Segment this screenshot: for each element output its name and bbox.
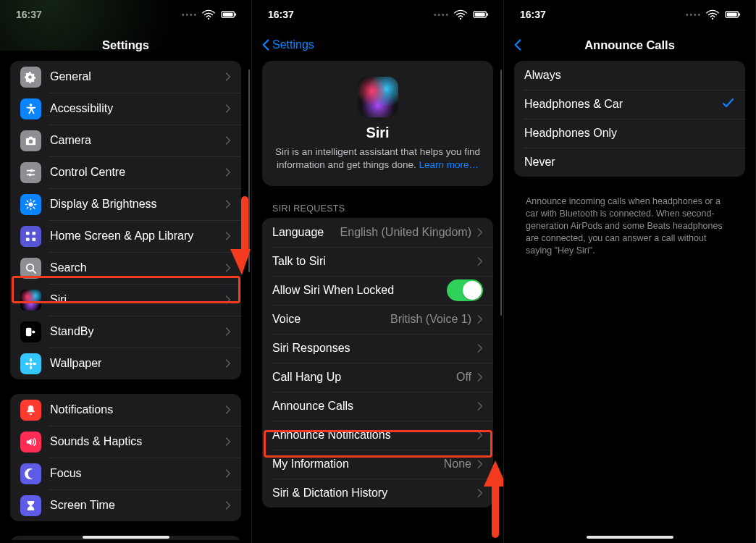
back-button[interactable]: Settings	[256, 35, 319, 54]
row-label: Notifications	[50, 403, 219, 416]
settings-row-control-centre[interactable]: Control Centre	[10, 156, 241, 188]
siri-row-talk-to-siri[interactable]: Talk to Siri	[262, 247, 493, 276]
chevron-right-icon	[225, 358, 231, 369]
row-value: Off	[456, 371, 471, 384]
status-bar: 16:37 ••••	[252, 0, 503, 29]
option-never[interactable]: Never	[514, 148, 745, 177]
announce-calls-options-group: AlwaysHeadphones & CarHeadphones OnlyNev…	[514, 61, 745, 177]
page-title: Settings	[0, 38, 251, 52]
settings-row-notifications[interactable]: Notifications	[10, 394, 241, 426]
status-time: 16:37	[16, 9, 42, 20]
siri-row-announce-calls[interactable]: Announce Calls	[262, 392, 493, 421]
settings-row-focus[interactable]: Focus	[10, 458, 241, 489]
chevron-right-icon	[477, 227, 483, 237]
siri-row-language[interactable]: LanguageEnglish (United Kingdom)	[262, 218, 493, 247]
chevron-right-icon	[225, 199, 231, 209]
chevron-right-icon	[477, 488, 483, 498]
option-label: Always	[524, 69, 735, 82]
settings-row-home-screen-app-library[interactable]: Home Screen & App Library	[10, 220, 241, 252]
back-button[interactable]	[508, 35, 529, 54]
settings-row-wallpaper[interactable]: Wallpaper	[10, 348, 241, 379]
siri-row-siri-dictation-history[interactable]: Siri & Dictation History	[262, 479, 493, 508]
sliders-icon	[20, 162, 41, 183]
standby-icon	[20, 321, 41, 342]
apps-icon	[20, 226, 41, 247]
battery-icon	[723, 9, 742, 20]
moon-icon	[20, 463, 41, 484]
row-label: Voice	[272, 313, 385, 326]
option-label: Headphones Only	[524, 127, 735, 140]
row-label: Display & Brightness	[50, 198, 219, 211]
accessibility-icon	[20, 98, 41, 119]
row-label: Search	[50, 261, 219, 274]
option-headphones-only[interactable]: Headphones Only	[514, 119, 745, 148]
pane-siri: 16:37 •••• Settings Siri Siri is an inte…	[252, 0, 504, 543]
row-label: Control Centre	[50, 166, 219, 179]
navbar: Settings	[0, 29, 251, 61]
row-label: Wallpaper	[50, 357, 219, 370]
chevron-right-icon	[225, 500, 231, 510]
settings-row-accessibility[interactable]: Accessibility	[10, 93, 241, 125]
status-bar: 16:37 ••••	[504, 0, 755, 29]
settings-row-standby[interactable]: StandBy	[10, 316, 241, 348]
row-label: Announce Notifications	[272, 429, 471, 442]
chevron-left-icon	[513, 38, 523, 51]
chevron-right-icon	[225, 167, 231, 177]
navbar: Announce Calls	[504, 29, 755, 61]
page-title: Announce Calls	[504, 38, 755, 52]
row-label: Camera	[50, 134, 219, 147]
siri-row-allow-siri-when-locked[interactable]: Allow Siri When Locked	[262, 276, 493, 305]
settings-row-general[interactable]: General	[10, 61, 241, 93]
settings-row-sounds-haptics[interactable]: Sounds & Haptics	[10, 426, 241, 458]
learn-more-link[interactable]: Learn more…	[419, 159, 479, 170]
hourglass-icon	[20, 495, 41, 516]
cell-dots-icon: ••••	[182, 11, 198, 19]
camera-icon	[20, 130, 41, 151]
row-value: None	[444, 458, 471, 471]
siri-row-my-information[interactable]: My InformationNone	[262, 450, 493, 479]
settings-group-1: GeneralAccessibilityCameraControl Centre…	[10, 61, 241, 379]
settings-row-display-brightness[interactable]: Display & Brightness	[10, 188, 241, 220]
chevron-right-icon	[225, 295, 231, 305]
home-indicator	[83, 536, 169, 539]
toggle-allow-siri-when-locked[interactable]	[447, 279, 483, 301]
siri-row-siri-responses[interactable]: Siri Responses	[262, 334, 493, 363]
option-headphones-car[interactable]: Headphones & Car	[514, 90, 745, 119]
chevron-right-icon	[225, 437, 231, 447]
siri-row-voice[interactable]: VoiceBritish (Voice 1)	[262, 305, 493, 334]
bell-icon	[20, 400, 41, 421]
back-label: Settings	[272, 38, 314, 51]
pane-announce-calls: 16:37 •••• Announce Calls AlwaysHeadphon…	[504, 0, 756, 543]
settings-row-search[interactable]: Search	[10, 252, 241, 284]
wifi-icon	[706, 9, 719, 20]
chevron-right-icon	[225, 327, 231, 337]
gear-icon	[20, 67, 41, 88]
option-label: Headphones & Car	[524, 98, 716, 111]
status-bar: 16:37 ••••	[0, 0, 251, 29]
scroll-indicator	[248, 70, 251, 272]
siri-row-announce-notifications[interactable]: Announce Notifications	[262, 421, 493, 450]
chevron-right-icon	[477, 314, 483, 324]
wifi-icon	[202, 9, 215, 20]
row-label: Home Screen & App Library	[50, 230, 219, 243]
cell-dots-icon: ••••	[434, 11, 450, 19]
row-label: Allow Siri When Locked	[272, 284, 447, 297]
siri-hero-card: Siri Siri is an intelligent assistant th…	[262, 61, 493, 186]
chevron-left-icon	[261, 38, 271, 51]
chevron-right-icon	[225, 405, 231, 415]
speaker-icon	[20, 432, 41, 452]
settings-row-screen-time[interactable]: Screen Time	[10, 489, 241, 521]
settings-row-camera[interactable]: Camera	[10, 125, 241, 156]
siri-row-call-hang-up[interactable]: Call Hang UpOff	[262, 363, 493, 392]
row-label: Announce Calls	[272, 400, 471, 413]
chevron-right-icon	[477, 401, 483, 411]
battery-icon	[219, 9, 238, 20]
row-label: My Information	[272, 458, 438, 471]
option-always[interactable]: Always	[514, 61, 745, 90]
chevron-right-icon	[225, 104, 231, 114]
settings-row-siri[interactable]: Siri	[10, 284, 241, 316]
siri-orb-icon	[358, 77, 398, 117]
row-label: Screen Time	[50, 499, 219, 512]
navbar: Settings	[252, 29, 503, 61]
cell-dots-icon: ••••	[686, 11, 702, 19]
